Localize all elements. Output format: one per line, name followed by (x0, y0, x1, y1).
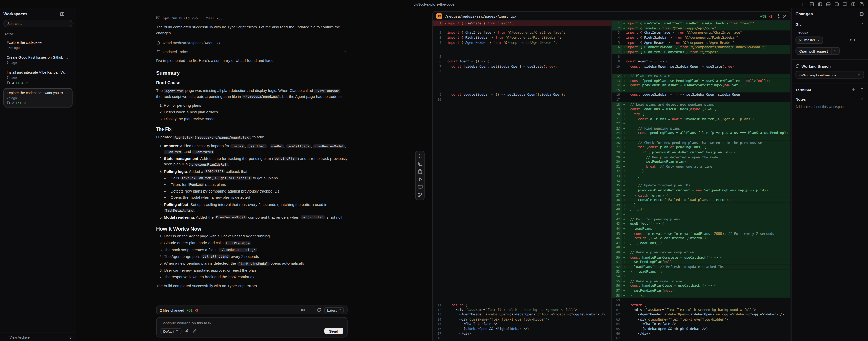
panel-left-button[interactable] (818, 1, 823, 6)
rail-monitor-button[interactable] (417, 184, 423, 190)
list-item: Filters for Pending status plans (170, 182, 348, 188)
branch-selector[interactable]: master (795, 36, 823, 43)
diff-row (433, 183, 611, 188)
diff-sign (443, 59, 447, 64)
pause-button[interactable] (801, 1, 806, 6)
diff-sign (622, 303, 626, 307)
new-terminal-icon[interactable] (851, 88, 856, 92)
inline-code: get_all_plans (202, 255, 230, 258)
list-item: User can review, annotate, approve, or r… (164, 268, 348, 274)
code-line (447, 293, 611, 298)
stack-button[interactable] (859, 1, 864, 6)
rail-branch-button[interactable] (417, 192, 423, 197)
split-columns-button[interactable] (851, 1, 856, 6)
notes-placeholder[interactable]: Add notes about this workspace... (795, 104, 864, 108)
difflist-button[interactable] (308, 308, 313, 312)
code-line (447, 50, 611, 54)
tool-call-row[interactable]: Updated Todos (156, 49, 348, 54)
working-branch-field[interactable]: vk/3ccf-explore-the-code (795, 71, 864, 79)
tool-call-row[interactable]: Read medusa/src/pages/Agent.tsx (156, 40, 348, 45)
rail-play-button[interactable] (417, 177, 423, 182)
rail-clipboard-button[interactable] (417, 169, 423, 174)
rail-grip-button[interactable] (417, 153, 423, 159)
line-number (433, 236, 444, 241)
conversation-scroll[interactable]: npm run build 2>&1 | tail -80The build c… (77, 8, 416, 306)
code-line (447, 269, 611, 274)
collapse-panel-icon[interactable] (859, 12, 864, 17)
workspace-item[interactable]: Explore the codebase I want you to ex...… (3, 88, 72, 107)
diff-sign (443, 88, 447, 93)
code-line (626, 88, 790, 93)
diff-sign (443, 135, 447, 141)
diff-row: 19+ const loadPlans = useCallback(async … (612, 107, 790, 112)
code-line: loadPlans(); (626, 226, 790, 231)
panel-bottom-button[interactable] (826, 1, 831, 6)
numbered-list: Imports: Added necessary imports for inv… (156, 144, 348, 220)
line-number: 56 (612, 284, 622, 288)
notes-section-header[interactable]: Notes (795, 97, 864, 101)
search-input[interactable] (3, 20, 72, 27)
layout-toggle-icon[interactable] (60, 12, 65, 17)
code-line (626, 135, 790, 141)
line-number: 53 (612, 269, 622, 274)
code-line: import { useState } from "react"; (447, 21, 611, 26)
diff-sign: + (622, 212, 626, 217)
diff-x-button[interactable] (782, 14, 787, 19)
message-composer[interactable]: Continue working on this task... Default… (156, 317, 348, 338)
new-workspace-icon[interactable] (68, 12, 73, 17)
code-line (626, 69, 790, 73)
code-line: const handlePlanComplete = useCallback((… (626, 255, 790, 260)
diff-row (433, 159, 611, 164)
section-heading: Summary (156, 69, 348, 75)
diff-row: 40+ }, []); (612, 207, 790, 212)
rail-copy-button[interactable] (417, 161, 423, 167)
diff-unfold-button[interactable] (776, 14, 781, 19)
panel-right-button[interactable] (834, 1, 839, 6)
monitor-button[interactable] (842, 1, 847, 6)
list-item: Display the plan review modal (164, 116, 348, 122)
send-button[interactable]: Send (324, 328, 343, 334)
diff-row: 57+ setPendingPlan(null); (612, 288, 790, 293)
additions-count: +61 (16, 101, 22, 104)
view-archive-row[interactable]: View Archive 0 (0, 333, 76, 341)
diff-row: 17 </div> (433, 331, 611, 336)
chevron-down-icon[interactable] (343, 49, 348, 54)
expand-terminal-icon[interactable] (860, 88, 864, 92)
edit-icon[interactable] (192, 329, 197, 333)
diff-row (433, 131, 611, 135)
git-section-header[interactable]: Git (795, 22, 864, 26)
edit-branch-icon[interactable] (857, 73, 861, 76)
diff-row (433, 45, 611, 50)
workspace-item[interactable]: Install and integrate Vibe Kanban Web...… (3, 67, 72, 87)
open-pull-request-button[interactable]: Open pull request (795, 47, 840, 55)
diff-sign: + (622, 26, 626, 31)
code-line (447, 197, 611, 203)
latest-dropdown[interactable]: Latest (324, 307, 344, 313)
workspace-item[interactable]: Create Good First Issues on Github So...… (3, 53, 72, 67)
code-line (626, 121, 790, 126)
diff-sign: + (622, 203, 626, 207)
attach-icon[interactable] (185, 329, 189, 333)
code-line (447, 231, 611, 236)
mode-dropdown[interactable]: Default (160, 328, 181, 334)
diff-sign: + (622, 88, 626, 93)
eye-button[interactable] (300, 308, 305, 312)
line-number: 8 (433, 69, 444, 73)
diff-sign: + (622, 179, 626, 183)
workspace-item[interactable]: Explore the codebase35m ago (3, 38, 72, 52)
code-line (447, 203, 611, 207)
code-line (447, 255, 611, 260)
diff-new-pane[interactable]: 1+import { useState, useEffect, useRef, … (612, 21, 790, 341)
line-number (433, 88, 444, 93)
active-section-label: Active (5, 32, 72, 36)
line-number (433, 131, 444, 135)
more-actions-icon[interactable] (859, 38, 864, 43)
layout-grid-button[interactable] (809, 1, 814, 6)
diff-row (433, 288, 611, 293)
tool-call-row[interactable]: npm run build 2>&1 | tail -80 (156, 16, 348, 20)
diff-old-pane[interactable]: 1-import { useState } from "react";2impo… (433, 21, 612, 341)
code-line: return ( (626, 303, 790, 307)
diff-sign (443, 83, 447, 88)
terminal-section-header[interactable]: Terminal (795, 88, 864, 92)
refresh-button[interactable] (316, 308, 321, 312)
